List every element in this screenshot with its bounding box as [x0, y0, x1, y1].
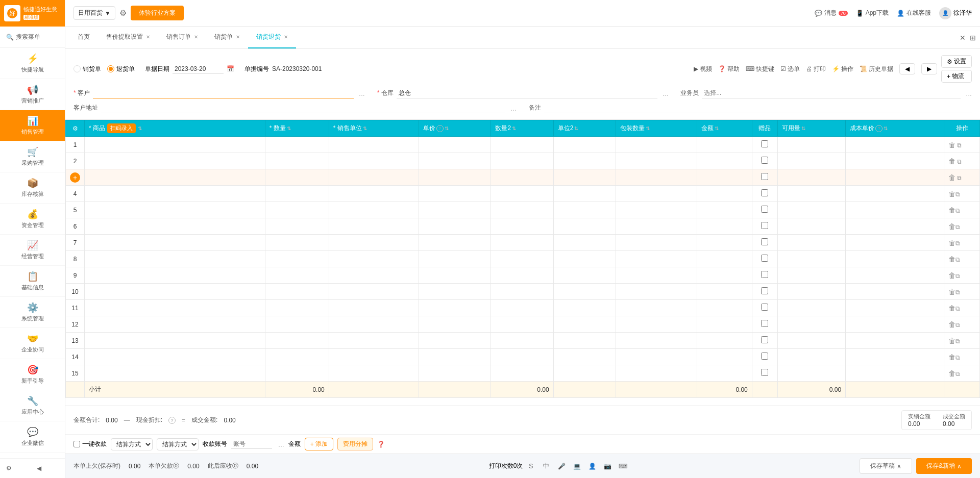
copy-row-button[interactable]: ⧉	[955, 223, 960, 231]
product-cell[interactable]	[85, 267, 265, 284]
delete-row-button[interactable]: 🗑	[948, 288, 955, 296]
unit-cell[interactable]	[329, 169, 419, 186]
save-draft-button[interactable]: 保存草稿 ∧	[860, 458, 912, 474]
copy-row-button[interactable]: ⧉	[957, 174, 962, 182]
price-info-icon[interactable]: ?	[436, 125, 444, 132]
trial-button[interactable]: 体验行业方案	[131, 6, 184, 20]
delete-row-button[interactable]: 🗑	[948, 190, 955, 198]
copy-row-button[interactable]: ⧉	[955, 338, 960, 345]
warehouse-input[interactable]	[397, 88, 657, 98]
delete-row-button[interactable]: 🗑	[948, 239, 955, 247]
cash-discount-info-icon[interactable]: ?	[168, 417, 176, 424]
pkg-sort-icon[interactable]: ⇅	[646, 125, 650, 131]
gift-checkbox[interactable]	[761, 222, 768, 229]
radio-return[interactable]: 退货单	[107, 65, 135, 73]
pkg-qty-cell[interactable]	[616, 153, 697, 169]
gift-checkbox[interactable]	[761, 206, 768, 213]
gift-checkbox[interactable]	[761, 369, 768, 376]
salesperson-more-icon[interactable]: ...	[966, 89, 972, 97]
tab-close-icon[interactable]: ✕	[146, 34, 150, 40]
sidebar-item-finance[interactable]: 💰 资金管理	[0, 204, 65, 235]
footer-icon-7[interactable]: ⌨	[617, 460, 629, 472]
sidebar-item-purchase[interactable]: 🛒 采购管理	[0, 141, 65, 172]
copy-row-button[interactable]: ⧉	[955, 305, 960, 312]
footer-icon-3[interactable]: 🎤	[555, 460, 568, 472]
gift-checkbox[interactable]	[761, 173, 768, 180]
salesperson-input[interactable]	[702, 88, 961, 98]
copy-row-button[interactable]: ⧉	[957, 158, 962, 165]
unit2-cell[interactable]	[553, 137, 616, 153]
pkg-qty-cell[interactable]	[616, 137, 697, 153]
delete-row-button[interactable]: 🗑	[948, 141, 955, 149]
expand-tab-button[interactable]: ⊞	[970, 34, 976, 42]
qty-cell[interactable]	[265, 153, 329, 169]
online-service-button[interactable]: 👤 在线客服	[897, 9, 931, 17]
product-cell[interactable]	[85, 349, 265, 365]
product-cell[interactable]	[85, 251, 265, 267]
delete-row-button[interactable]: 🗑	[948, 353, 955, 361]
amount-cell[interactable]	[697, 153, 752, 169]
app-download-button[interactable]: 📱 App下载	[856, 9, 889, 17]
product-cell[interactable]	[85, 235, 265, 251]
one-click-checkbox[interactable]: 一键收款	[74, 440, 107, 448]
gift-checkbox[interactable]	[761, 189, 768, 196]
unit2-cell[interactable]	[553, 169, 616, 186]
gift-checkbox[interactable]	[761, 271, 768, 278]
amount-cell[interactable]	[697, 169, 752, 186]
copy-row-button[interactable]: ⧉	[955, 256, 960, 263]
warehouse-more-icon[interactable]: ...	[663, 89, 669, 97]
cost-info-icon[interactable]: ?	[875, 125, 883, 132]
gift-checkbox[interactable]	[761, 336, 768, 343]
industry-dropdown[interactable]: 日用百货 ▼	[74, 6, 115, 20]
history-toolbar-item[interactable]: 📜 历史单据	[860, 65, 893, 73]
price-cell[interactable]	[419, 137, 491, 153]
settlement-select[interactable]: 结算方式	[111, 438, 153, 450]
product-cell[interactable]	[85, 202, 265, 218]
unit-sort-icon[interactable]: ⇅	[363, 125, 367, 131]
collapse-sidebar-button[interactable]: ◀	[35, 463, 61, 474]
gift-cell[interactable]	[752, 169, 777, 186]
qty-cell[interactable]	[265, 137, 329, 153]
footer-icon-4[interactable]: 💻	[571, 460, 583, 472]
expense-split-button[interactable]: 费用分摊	[337, 438, 373, 450]
price-cell[interactable]	[419, 169, 491, 186]
sidebar-item-appstore[interactable]: 🔧 应用中心	[0, 390, 65, 421]
remark-input[interactable]	[544, 103, 972, 113]
sidebar-item-member[interactable]: 👑 畅会员	[0, 452, 65, 458]
available-cell[interactable]	[777, 137, 845, 153]
print-toolbar-item[interactable]: 🖨 打印	[806, 65, 826, 73]
logistics-btn[interactable]: + 物流	[941, 70, 972, 83]
save-new-button[interactable]: 保存&新增 ∧	[916, 458, 972, 474]
unit-cell[interactable]	[329, 153, 419, 169]
product-cell[interactable]	[85, 153, 265, 169]
select-toolbar-item[interactable]: ☑ 选单	[780, 65, 800, 73]
footer-icon-2[interactable]: 中	[540, 460, 552, 472]
cost-sort-icon[interactable]: ⇅	[884, 125, 888, 131]
video-toolbar-item[interactable]: ▶ 视频	[694, 65, 712, 73]
sidebar-search[interactable]: 🔍 搜索菜单	[0, 27, 65, 48]
tab-home[interactable]: 首页	[69, 27, 98, 48]
help-toolbar-item[interactable]: ❓ 帮助	[718, 65, 740, 73]
product-input[interactable]	[89, 174, 261, 181]
sidebar-item-operation[interactable]: 📈 经营管理	[0, 235, 65, 266]
sidebar-item-wechat[interactable]: 💬 企业微信	[0, 421, 65, 452]
product-cell[interactable]	[85, 300, 265, 316]
add-row-button[interactable]: +	[70, 172, 80, 183]
amount-cell[interactable]	[697, 137, 752, 153]
sidebar-item-system[interactable]: ⚙️ 系统管理	[0, 297, 65, 328]
address-input[interactable]	[101, 103, 505, 113]
footer-icon-6[interactable]: 📷	[601, 460, 614, 472]
product-cell[interactable]	[85, 137, 265, 153]
unit2-cell[interactable]	[553, 153, 616, 169]
sidebar-item-inventory[interactable]: 📦 库存核算	[0, 172, 65, 204]
product-cell[interactable]	[85, 186, 265, 202]
gift-checkbox[interactable]	[761, 255, 768, 262]
available-cell[interactable]	[777, 169, 845, 186]
th-settings[interactable]: ⚙	[66, 120, 85, 137]
sidebar-item-sales[interactable]: 📊 销售管理	[0, 110, 65, 141]
sort-icon[interactable]: ⇅	[138, 125, 142, 131]
price-sort-icon[interactable]: ⇅	[445, 125, 449, 131]
delete-row-button[interactable]: 🗑	[948, 222, 955, 231]
price-cell[interactable]	[419, 153, 491, 169]
cost-price-cell[interactable]	[846, 153, 944, 169]
